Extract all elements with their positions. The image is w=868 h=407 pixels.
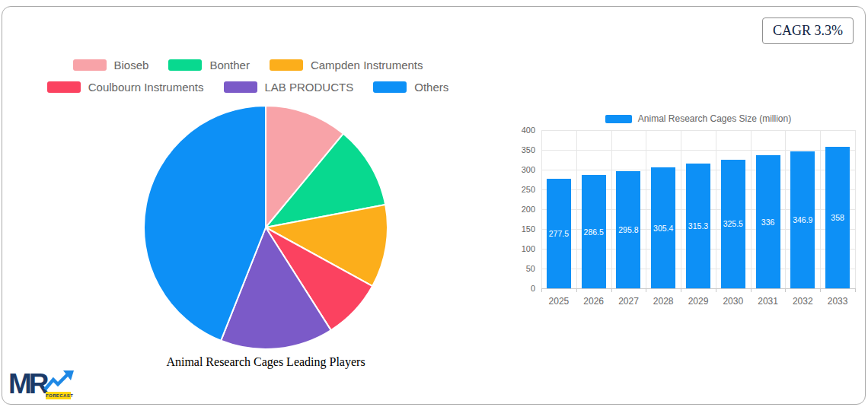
- legend-swatch-icon: [168, 59, 202, 71]
- trend-arrow-icon: [43, 370, 74, 392]
- x-axis-label: 2026: [576, 296, 611, 307]
- x-axis-tick: [646, 288, 646, 292]
- mr-forecast-logo: MR FORECAST: [8, 370, 78, 407]
- x-axis-tick: [576, 288, 577, 292]
- chart-card: CAGR 3.3% BiosebBontherCampden Instrumen…: [2, 6, 866, 405]
- bar-chart: Animal Research Cages Size (million) 277…: [490, 107, 864, 320]
- legend-swatch-icon: [73, 59, 107, 71]
- x-axis-label: 2027: [611, 296, 646, 307]
- bar-2028[interactable]: 305.4: [651, 167, 675, 288]
- bar-2027[interactable]: 295.8: [616, 171, 640, 288]
- legend-label: Bioseb: [114, 59, 149, 72]
- bar-value-label: 325.5: [716, 219, 751, 228]
- x-axis-label: 2033: [820, 296, 855, 307]
- bar-2025[interactable]: 277.5: [547, 179, 571, 288]
- bar-value-label: 336: [751, 218, 786, 227]
- logo-text: MR: [8, 370, 46, 398]
- legend-item-others[interactable]: Others: [373, 81, 448, 94]
- legend-label: Campden Instruments: [311, 59, 423, 72]
- x-axis-tick: [611, 288, 612, 292]
- bar-2031[interactable]: 336: [756, 155, 780, 288]
- legend-item-lab-products[interactable]: LAB PRODUCTS: [224, 81, 354, 94]
- gridline-vertical: [855, 130, 856, 288]
- bar-value-label: 358: [820, 213, 855, 222]
- pie-legend-row: Coulbourn InstrumentsLAB PRODUCTSOthers: [6, 81, 490, 94]
- legend-swatch-icon: [224, 81, 257, 93]
- legend-label: Coulbourn Instruments: [88, 81, 204, 94]
- legend-swatch-icon: [373, 81, 407, 93]
- bar-value-label: 295.8: [611, 225, 646, 234]
- legend-item-bioseb[interactable]: Bioseb: [73, 59, 149, 72]
- x-axis-label: 2025: [541, 296, 576, 307]
- x-axis-label: 2030: [716, 296, 751, 307]
- bar-chart-legend[interactable]: Animal Research Cages Size (million): [541, 113, 855, 124]
- bar-2029[interactable]: 315.3: [686, 164, 710, 288]
- y-axis-label: 300: [490, 165, 535, 174]
- x-axis-tick: [751, 288, 752, 292]
- gridline-horizontal: [541, 288, 855, 289]
- legend-item-campden-instruments[interactable]: Campden Instruments: [270, 59, 423, 72]
- pie-chart: [136, 98, 395, 357]
- bar-value-label: 315.3: [681, 221, 716, 231]
- y-axis-label: 200: [490, 205, 535, 214]
- bar-2030[interactable]: 325.5: [721, 160, 745, 288]
- x-axis-label: 2028: [646, 296, 681, 307]
- x-axis-tick: [785, 288, 786, 292]
- x-axis-tick: [541, 288, 542, 292]
- legend-swatch-icon: [47, 81, 81, 93]
- gridline-horizontal: [541, 130, 855, 131]
- x-axis-tick: [716, 288, 716, 292]
- bar-value-label: 346.9: [785, 215, 820, 224]
- pie-chart-title: Animal Research Cages Leading Players: [113, 355, 418, 369]
- bar-value-label: 305.4: [646, 224, 681, 233]
- bar-2026[interactable]: 286.5: [582, 175, 606, 288]
- y-axis-label: 150: [490, 224, 535, 234]
- bar-plot-area: 277.5286.5295.8305.4315.3325.5336346.935…: [541, 130, 855, 288]
- y-axis-label: 50: [490, 264, 535, 273]
- x-axis-tick: [820, 288, 821, 292]
- legend-label: Others: [414, 81, 448, 94]
- legend-label: Bonther: [209, 59, 250, 72]
- bar-legend-swatch-icon: [605, 115, 632, 123]
- legend-swatch-icon: [270, 59, 303, 71]
- pie-legend: BiosebBontherCampden InstrumentsCoulbour…: [6, 59, 490, 103]
- legend-item-coulbourn-instruments[interactable]: Coulbourn Instruments: [47, 81, 204, 94]
- legend-item-bonther[interactable]: Bonther: [168, 59, 250, 72]
- x-axis-label: 2029: [681, 296, 716, 307]
- x-axis-label: 2032: [785, 296, 820, 307]
- bar-value-label: 277.5: [541, 229, 576, 238]
- y-axis-label: 350: [490, 145, 535, 154]
- x-axis-label: 2031: [751, 296, 786, 307]
- bar-legend-label: Animal Research Cages Size (million): [638, 113, 791, 124]
- legend-label: LAB PRODUCTS: [265, 81, 354, 94]
- pie-legend-row: BiosebBontherCampden Instruments: [6, 59, 490, 72]
- bar-2033[interactable]: 358: [825, 147, 850, 288]
- y-axis-label: 100: [490, 244, 535, 253]
- x-axis-tick: [681, 288, 681, 292]
- y-axis-label: 0: [490, 284, 535, 293]
- y-axis-label: 400: [490, 126, 535, 135]
- x-axis-tick: [855, 288, 856, 292]
- bar-2032[interactable]: 346.9: [790, 151, 815, 288]
- cagr-badge: CAGR 3.3%: [762, 17, 854, 44]
- logo-badge: FORECAST: [46, 392, 71, 399]
- bar-value-label: 286.5: [576, 227, 611, 237]
- y-axis-label: 250: [490, 185, 535, 194]
